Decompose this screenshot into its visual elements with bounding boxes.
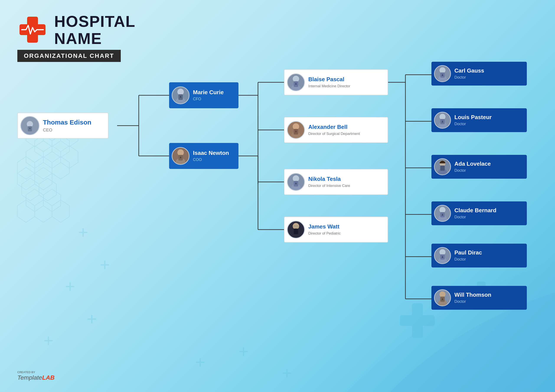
cfo-avatar <box>172 86 190 104</box>
template-text: Template <box>17 374 42 381</box>
svg-point-66 <box>293 76 299 82</box>
svg-point-95 <box>439 207 445 213</box>
svg-point-70 <box>293 123 299 130</box>
thomson-avatar <box>434 289 451 306</box>
watt-name: James Watt <box>308 223 341 230</box>
ceo-avatar <box>20 116 39 135</box>
coo-avatar <box>172 147 190 165</box>
ceo-name: Thomas Edison <box>43 118 91 126</box>
bell-name: Alexander Bell <box>308 124 360 130</box>
dirac-name: Paul Dirac <box>454 249 482 256</box>
gauss-name: Carl Gauss <box>454 67 484 74</box>
thomson-name: Will Thomson <box>454 292 491 298</box>
templatelab-logo: CREATED BY TemplateLAB <box>17 371 55 381</box>
dirac-title: Doctor <box>454 257 482 262</box>
svg-point-58 <box>177 89 184 95</box>
bernard-title: Doctor <box>454 215 497 220</box>
watt-title: Director of Pediatric <box>308 231 341 236</box>
tesla-title: Director of Intensive Care <box>308 183 350 188</box>
pasteur-name: Louis Pasteur <box>454 114 492 121</box>
gauss-title: Doctor <box>454 75 484 80</box>
pascal-title: Internal Medicine Director <box>308 84 350 89</box>
svg-rect-80 <box>294 228 298 234</box>
svg-point-88 <box>439 114 445 120</box>
hospital-name-text: HOSPITAL NAME <box>54 13 136 47</box>
org-chart-label: ORGANIZATIONAL CHART <box>17 50 121 62</box>
bernard-name: Claude Bernard <box>454 207 497 214</box>
lab-text: LAB <box>42 374 55 381</box>
coo-name: Isaac Newton <box>193 150 229 156</box>
lovelace-avatar <box>434 158 451 175</box>
pasteur-avatar <box>434 112 451 129</box>
ceo-title: CEO <box>43 127 91 133</box>
bell-title: Director of Surgical Department <box>308 131 360 136</box>
thomson-title: Doctor <box>454 299 491 304</box>
pasteur-title: Doctor <box>454 121 492 127</box>
tesla-name: Nikola Tesla <box>308 176 350 182</box>
lovelace-name: Ada Lovelace <box>454 160 491 167</box>
lovelace-title: Doctor <box>454 168 491 173</box>
dirac-avatar <box>434 247 451 264</box>
header: HOSPITAL NAME <box>17 13 136 47</box>
pascal-name: Blaise Pascal <box>308 76 350 83</box>
svg-rect-94 <box>440 165 445 171</box>
created-by-label: CREATED BY <box>17 371 55 374</box>
tesla-avatar <box>287 173 305 191</box>
svg-point-62 <box>177 149 184 156</box>
cfo-title: CFO <box>193 97 224 102</box>
svg-point-74 <box>293 175 299 182</box>
watt-avatar <box>287 221 305 238</box>
svg-point-99 <box>439 249 445 255</box>
coo-title: COO <box>193 157 229 162</box>
org-chart: Thomas Edison CEO <box>0 61 555 368</box>
bell-avatar <box>287 121 305 139</box>
svg-point-84 <box>439 67 445 73</box>
pascal-avatar <box>287 73 305 91</box>
hospital-logo <box>17 14 48 46</box>
svg-point-103 <box>439 291 445 297</box>
gauss-avatar <box>434 65 451 82</box>
cfo-name: Marie Curie <box>193 89 224 96</box>
bernard-avatar <box>434 205 451 222</box>
